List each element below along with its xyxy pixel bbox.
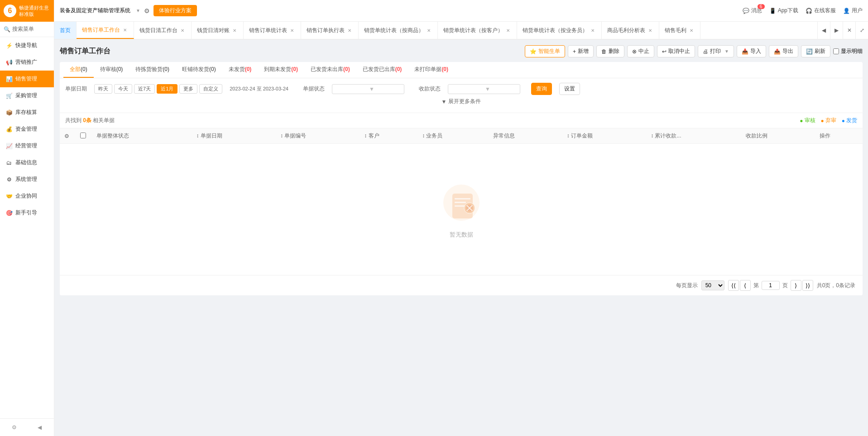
refresh-btn[interactable]: 🔄 刷新	[801, 45, 830, 57]
sub-tab-wangpu-pending[interactable]: 旺铺待发货(0)	[176, 62, 222, 78]
show-detail-checkbox[interactable]	[833, 48, 839, 54]
tab-close-sales-order-workbench[interactable]: ✕	[122, 27, 128, 33]
tab-cash-daily[interactable]: 钱货日清工作台✕	[134, 22, 192, 39]
sidebar-item-marketing[interactable]: 📢营销推广	[0, 54, 54, 71]
page-last-btn[interactable]: ⟩⟩	[802, 280, 813, 291]
page-size-select[interactable]: 20 50 100	[701, 280, 724, 290]
th-number[interactable]: ↕ 单据编号	[276, 128, 360, 144]
tab-close-sales-order-stats[interactable]: ✕	[289, 27, 295, 33]
sidebar-item-inventory[interactable]: 📦库存核算	[0, 104, 54, 121]
tab-home[interactable]: 首页	[54, 22, 77, 39]
date-btn-近7天[interactable]: 近7天	[134, 84, 155, 94]
settings-icon[interactable]: ⚙	[144, 7, 150, 14]
sub-tab-pending-review[interactable]: 待审核(0)	[94, 62, 129, 78]
th-checkbox[interactable]	[74, 128, 92, 144]
stop-btn[interactable]: ⊗ 中止	[627, 45, 654, 57]
quick-review-btn[interactable]: ● 审核	[800, 117, 815, 124]
sub-tab-all[interactable]: 全部(0)	[63, 62, 94, 78]
show-detail-toggle[interactable]: 显示明细	[833, 47, 863, 55]
date-btn-昨天[interactable]: 昨天	[94, 84, 112, 94]
expand-btn[interactable]: ▼ 展开更多条件	[441, 98, 481, 105]
app-download-action[interactable]: 📱 App下载	[769, 7, 798, 14]
tab-prev-btn[interactable]: ◀	[817, 22, 830, 39]
filter-settings-btn[interactable]: 设置	[559, 83, 580, 95]
settings-btn[interactable]: ⚙	[4, 422, 25, 432]
sidebar-search[interactable]: 🔍 搜索菜单	[0, 22, 54, 37]
sidebar-item-cooperation[interactable]: 🤝企业协同	[0, 188, 54, 204]
page-first-btn[interactable]: ⟨⟨	[728, 280, 739, 291]
tab-close-sales-revenue[interactable]: ✕	[688, 27, 695, 33]
sub-tab-overdue-not-shipped[interactable]: 到期未发货(0)	[258, 62, 304, 78]
tab-close-sales-order-exec[interactable]: ✕	[346, 27, 353, 33]
th-customer[interactable]: ↕ 客户	[360, 128, 417, 144]
import-btn[interactable]: 📥 导入	[737, 45, 766, 57]
collapse-btn[interactable]: ◀	[29, 422, 51, 432]
th-settings[interactable]: ⚙	[60, 128, 74, 144]
sidebar-item-sales[interactable]: 📊销售管理	[0, 71, 54, 87]
online-support-action[interactable]: 🎧 在线客服	[806, 7, 836, 14]
sub-tab-not-shipped[interactable]: 未发货(0)	[222, 62, 258, 78]
tab-maximize-btn[interactable]: ⤢	[855, 22, 868, 39]
quick-revoke-btn[interactable]: ● 弃审	[821, 117, 836, 124]
tab-close-cash-daily[interactable]: ✕	[179, 27, 186, 33]
date-btn-更多[interactable]: 更多	[179, 84, 197, 94]
select-all-checkbox[interactable]	[80, 133, 86, 138]
add-btn[interactable]: + 新增	[568, 45, 594, 57]
sidebar-item-operations[interactable]: 📈经营管理	[0, 137, 54, 154]
tab-sales-order-exec[interactable]: 销售订单执行表✕	[301, 22, 359, 39]
tab-sales-stats-staff[interactable]: 销货单统计表（按业务员）✕	[517, 22, 602, 39]
tab-product-margin[interactable]: 商品毛利分析表✕	[602, 22, 659, 39]
tab-close-sales-stats-customer[interactable]: ✕	[505, 27, 511, 33]
th-date[interactable]: ↕ 单据日期	[192, 128, 276, 144]
system-dropdown-arrow[interactable]: ▼	[136, 8, 140, 13]
export-btn[interactable]: 📤 导出	[769, 45, 798, 57]
tab-sales-order-workbench[interactable]: 销售订单工作台✕	[77, 22, 134, 39]
sub-tab-shipped-stocked[interactable]: 已发货已出库(0)	[356, 62, 408, 78]
print-btn[interactable]: 🖨 打印 ▼	[698, 45, 734, 57]
payment-select[interactable]: ▼	[448, 84, 520, 94]
tab-close-all-btn[interactable]: ✕	[843, 22, 855, 39]
sub-tab-not-printed[interactable]: 未打印单据(0)	[408, 62, 455, 78]
th-amount[interactable]: ↕ 订单金额	[562, 128, 646, 144]
tab-cash-reconcile[interactable]: 钱货日清对账✕	[192, 22, 244, 39]
status-select[interactable]: ▼	[332, 84, 404, 94]
tab-close-cash-reconcile[interactable]: ✕	[231, 27, 238, 33]
sidebar-item-system[interactable]: ⚙系统管理	[0, 171, 54, 188]
messages-action[interactable]: 💬 消息 6	[743, 7, 762, 14]
tab-close-sales-stats-staff[interactable]: ✕	[590, 27, 596, 33]
sub-tab-shipped-not-stocked[interactable]: 已发货未出库(0)	[304, 62, 356, 78]
tab-sales-stats-product[interactable]: 销货单统计表（按商品）✕	[359, 22, 438, 39]
quick-ship-btn[interactable]: ● 发货	[842, 117, 857, 124]
cancel-stop-btn[interactable]: ↩ 取消中止	[657, 45, 695, 57]
sidebar-label-cooperation: 企业协同	[15, 192, 37, 200]
user-action[interactable]: 👤 用户	[843, 7, 863, 14]
tab-close-sales-stats-product[interactable]: ✕	[426, 27, 432, 33]
tab-sales-order-stats[interactable]: 销售订单统计表✕	[244, 22, 301, 39]
date-btn-今天[interactable]: 今天	[114, 84, 132, 94]
sidebar-item-basic-info[interactable]: 🗂基础信息	[0, 154, 54, 171]
tab-sales-revenue[interactable]: 销售毛利✕	[659, 22, 700, 39]
date-btn-近1月[interactable]: 近1月	[157, 84, 177, 94]
table-scroll[interactable]: ⚙ 单据整体状态 ↕ 单据日期 ↕ 单据编号 ↕ 客户 ↕ 业务员 异常信息 ↕…	[60, 128, 863, 275]
date-btn-自定义[interactable]: 自定义	[199, 84, 222, 94]
th-staff[interactable]: ↕ 业务员	[417, 128, 489, 144]
delete-icon: 🗑	[601, 48, 607, 55]
tab-close-product-margin[interactable]: ✕	[647, 27, 653, 33]
sidebar-item-quick-nav[interactable]: ⚡快捷导航	[0, 37, 54, 54]
sidebar-item-guide[interactable]: 🎯新手引导	[0, 204, 54, 221]
tab-sales-stats-customer[interactable]: 销货单统计表（按客户）✕	[438, 22, 517, 39]
sidebar-item-finance[interactable]: 💰资金管理	[0, 121, 54, 137]
page-number-input[interactable]	[762, 281, 780, 290]
th-received[interactable]: ↕ 累计收款...	[646, 128, 741, 144]
sub-tab-pending-inspect[interactable]: 待拣货验货(0)	[129, 62, 176, 78]
page-next-btn[interactable]: ⟩	[791, 280, 801, 291]
experience-btn[interactable]: 体验行业方案	[153, 5, 197, 16]
sidebar-item-purchase[interactable]: 🛒采购管理	[0, 87, 54, 104]
smart-btn[interactable]: ⭐ 智能生单	[525, 45, 565, 57]
tab-next-btn[interactable]: ▶	[830, 22, 843, 39]
marketing-icon: 📢	[5, 59, 13, 66]
delete-btn[interactable]: 🗑 删除	[596, 45, 624, 57]
query-btn[interactable]: 查询	[531, 83, 552, 95]
page-prev-btn[interactable]: ⟨	[740, 280, 751, 291]
status-dropdown-icon: ▼	[369, 86, 400, 92]
